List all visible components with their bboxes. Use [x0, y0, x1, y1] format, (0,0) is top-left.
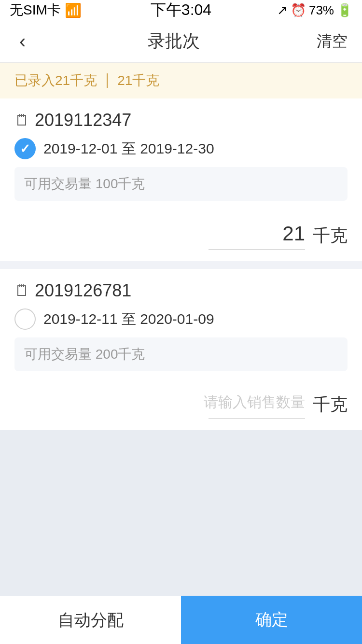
bottom-buttons: 自动分配 确定 — [0, 596, 362, 644]
auto-distribute-button[interactable]: 自动分配 — [0, 596, 181, 644]
alarm-icon: ⏰ — [291, 3, 306, 18]
carrier-text: 无SIM卡 — [10, 1, 61, 19]
input-row-2: 请输入销售数量 千克 — [0, 383, 362, 430]
info-divider — [107, 73, 108, 88]
confirm-button[interactable]: 确定 — [181, 596, 362, 644]
status-time: 下午3:04 — [151, 0, 211, 21]
batch-id-icon-1: 🗒 — [14, 112, 30, 129]
wifi-icon: 📶 — [65, 2, 82, 18]
status-right: ↗ ⏰ 73% 🔋 — [277, 3, 352, 18]
status-left: 无SIM卡 📶 — [10, 1, 82, 19]
battery-percent: 73% — [309, 3, 334, 18]
section-divider — [0, 261, 362, 269]
info-banner: 已录入21千克 21千克 — [0, 63, 362, 98]
batch-date-row-1[interactable]: 2019-12-01 至 2019-12-30 — [14, 138, 348, 159]
gray-area — [0, 430, 362, 614]
batch-id-text-1: 2019112347 — [35, 110, 131, 130]
radio-btn-1[interactable] — [14, 138, 36, 159]
input-placeholder-2[interactable]: 请输入销售数量 — [204, 392, 305, 414]
back-button[interactable]: ‹ — [14, 26, 30, 57]
batch-date-text-1: 2019-12-01 至 2019-12-30 — [43, 139, 214, 159]
recorded-label: 已录入21千克 — [14, 71, 97, 90]
page-title: 录批次 — [148, 29, 200, 53]
batch-id-row-1: 🗒 2019112347 — [14, 110, 348, 130]
status-bar: 无SIM卡 📶 下午3:04 ↗ ⏰ 73% 🔋 — [0, 0, 362, 20]
nav-bar: ‹ 录批次 清空 — [0, 20, 362, 63]
clear-button[interactable]: 清空 — [317, 31, 348, 52]
battery-icon: 🔋 — [337, 3, 352, 18]
input-underline-2: 请输入销售数量 — [204, 392, 305, 419]
amount-underline-1: 21 — [209, 222, 305, 250]
unit-text-1: 千克 — [313, 224, 348, 250]
batch-id-text-2: 2019126781 — [35, 280, 131, 301]
trade-label-2: 可用交易量 200千克 — [24, 347, 145, 362]
unit-text-2: 千克 — [313, 393, 348, 419]
info-amount: 21千克 — [117, 71, 159, 90]
trade-label-1: 可用交易量 100千克 — [24, 176, 145, 191]
batch-item-1: 🗒 2019112347 2019-12-01 至 2019-12-30 可用交… — [0, 98, 362, 261]
batch-date-row-2[interactable]: 2019-12-11 至 2020-01-09 — [14, 308, 348, 330]
amount-value-1[interactable]: 21 — [282, 222, 305, 245]
input-line-2 — [209, 418, 305, 419]
amount-row-1: 21 千克 — [0, 212, 362, 261]
batch-id-icon-2: 🗒 — [14, 282, 30, 300]
batch-id-row-2: 🗒 2019126781 — [14, 280, 348, 301]
amount-line-1 — [209, 249, 305, 250]
radio-btn-2[interactable] — [14, 308, 36, 330]
batch-date-text-2: 2019-12-11 至 2020-01-09 — [43, 309, 214, 329]
batch-item-2: 🗒 2019126781 2019-12-11 至 2020-01-09 可用交… — [0, 269, 362, 430]
location-icon: ↗ — [277, 3, 288, 18]
trade-box-1: 可用交易量 100千克 — [14, 167, 348, 201]
trade-box-2: 可用交易量 200千克 — [14, 337, 348, 371]
